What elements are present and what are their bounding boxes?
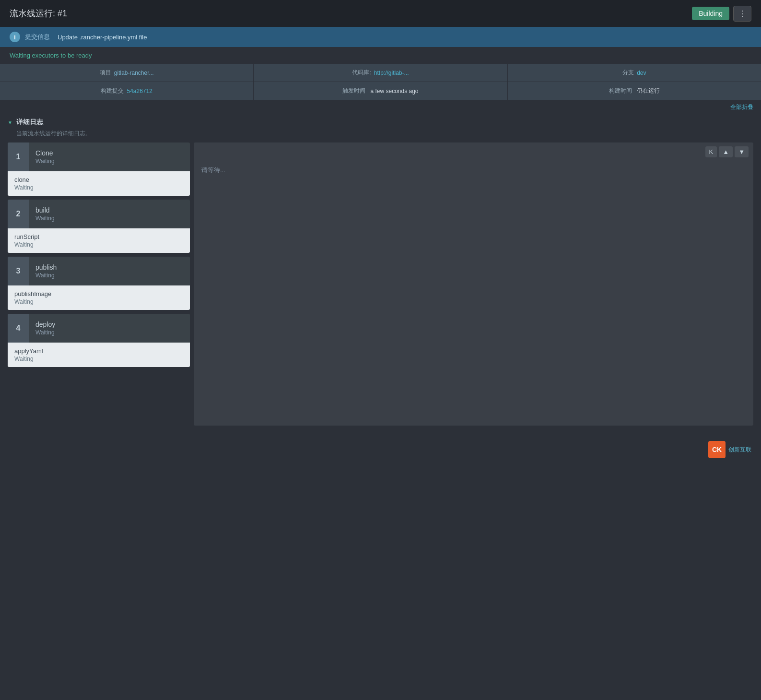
meta-build-value: 仍在运行 (637, 87, 660, 95)
meta-repo-label: 代码库: (352, 69, 371, 77)
detail-section: ▼ 详细日志 当前流水线运行的详细日志。 (0, 114, 761, 142)
stage-name-1: Clone (35, 149, 183, 157)
stage-status-2: Waiting (35, 215, 183, 222)
stage-number-1: 1 (8, 142, 29, 171)
stage-info-2: build Waiting (29, 200, 190, 228)
collapse-bar: 全部折叠 (0, 100, 761, 114)
log-waiting-text: 请等待... (201, 166, 225, 174)
stage-info-1: Clone Waiting (29, 142, 190, 171)
log-toolbar: K ▲ ▼ (194, 142, 753, 161)
main-content: 1 Clone Waiting clone Waiting 2 build Wa… (0, 142, 761, 433)
meta-trigger-label: 触发时间 (342, 87, 365, 95)
meta-build-time: 构建时间 仍在运行 (508, 82, 761, 100)
stage-info-4: deploy Waiting (29, 314, 190, 343)
sub-step-name-1: clone (14, 176, 183, 183)
brand-icon: CK (708, 441, 726, 458)
more-button[interactable]: ⋮ (733, 6, 751, 22)
footer-brand: CK 创新互联 (0, 433, 761, 466)
log-content: 请等待... (194, 161, 753, 426)
stage-group-4: 4 deploy Waiting applyYaml Waiting (8, 314, 190, 369)
detail-subtitle: 当前流水线运行的详细日志。 (8, 129, 753, 142)
waiting-executors-text: Waiting executors to be ready (0, 47, 761, 64)
stage-name-4: deploy (35, 320, 183, 328)
meta-project-value: gitlab-rancher... (114, 70, 154, 76)
meta-build-label: 构建时间 (609, 87, 632, 95)
stage-number-4: 4 (8, 314, 29, 343)
meta-row-2: 构建提交 54a26712 触发时间 a few seconds ago 构建时… (0, 82, 761, 100)
stage-status-4: Waiting (35, 329, 183, 336)
meta-project-label: 项目 (100, 69, 111, 77)
sub-step-2[interactable]: runScript Waiting (8, 228, 190, 253)
sub-step-status-4: Waiting (14, 356, 183, 362)
sub-step-name-3: publishImage (14, 290, 183, 297)
sub-step-4[interactable]: applyYaml Waiting (8, 343, 190, 367)
page-title: 流水线运行: #1 (10, 8, 67, 19)
sub-step-3[interactable]: publishImage Waiting (8, 285, 190, 310)
stage-header-4[interactable]: 4 deploy Waiting (8, 314, 190, 343)
info-bar: i 提交信息 Update .rancher-pipeline.yml file (0, 27, 761, 47)
stage-list: 1 Clone Waiting clone Waiting 2 build Wa… (8, 142, 190, 426)
sub-step-1[interactable]: clone Waiting (8, 171, 190, 196)
stage-status-3: Waiting (35, 272, 183, 279)
detail-header: ▼ 详细日志 (8, 114, 753, 129)
stage-number-2: 2 (8, 200, 29, 228)
sub-step-name-4: applyYaml (14, 347, 183, 355)
meta-trigger-time: 触发时间 a few seconds ago (254, 82, 507, 100)
detail-arrow-icon: ▼ (8, 120, 12, 125)
detail-title: 详细日志 (16, 118, 43, 127)
info-label: 提交信息 (25, 33, 50, 41)
stage-name-2: build (35, 206, 183, 214)
stage-group-1: 1 Clone Waiting clone Waiting (8, 142, 190, 198)
sub-step-name-2: runScript (14, 233, 183, 240)
header-actions: Building ⋮ (692, 6, 751, 22)
collapse-link[interactable]: 全部折叠 (730, 103, 753, 111)
meta-repo: 代码库: http://gitlab-... (254, 64, 507, 82)
stage-status-1: Waiting (35, 158, 183, 165)
meta-row-1: 项目 gitlab-rancher... 代码库: http://gitlab-… (0, 64, 761, 82)
log-down-button[interactable]: ▼ (735, 146, 749, 157)
info-message: Update .rancher-pipeline.yml file (58, 34, 147, 41)
top-header: 流水线运行: #1 Building ⋮ (0, 0, 761, 27)
log-panel: K ▲ ▼ 请等待... (194, 142, 753, 426)
meta-branch: 分支 dev (508, 64, 761, 82)
meta-commit: 构建提交 54a26712 (0, 82, 254, 100)
building-badge: Building (692, 7, 729, 20)
info-icon: i (10, 32, 20, 42)
meta-commit-label: 构建提交 (101, 87, 124, 95)
sub-step-status-1: Waiting (14, 184, 183, 191)
stage-number-3: 3 (8, 257, 29, 285)
log-first-button[interactable]: K (705, 146, 717, 157)
meta-project: 项目 gitlab-rancher... (0, 64, 254, 82)
meta-repo-value: http://gitlab-... (374, 70, 409, 76)
stage-header-3[interactable]: 3 publish Waiting (8, 257, 190, 285)
stage-info-3: publish Waiting (29, 257, 190, 285)
stage-group-2: 2 build Waiting runScript Waiting (8, 200, 190, 255)
meta-branch-value: dev (637, 70, 646, 76)
meta-branch-label: 分支 (622, 69, 634, 77)
stage-header-1[interactable]: 1 Clone Waiting (8, 142, 190, 171)
meta-commit-value[interactable]: 54a26712 (127, 88, 152, 95)
brand-text: 创新互联 (728, 446, 751, 454)
sub-step-status-3: Waiting (14, 298, 183, 305)
stage-header-2[interactable]: 2 build Waiting (8, 200, 190, 228)
log-up-button[interactable]: ▲ (719, 146, 733, 157)
stage-group-3: 3 publish Waiting publishImage Waiting (8, 257, 190, 312)
stage-name-3: publish (35, 263, 183, 271)
sub-step-status-2: Waiting (14, 241, 183, 248)
meta-trigger-value: a few seconds ago (370, 88, 418, 95)
